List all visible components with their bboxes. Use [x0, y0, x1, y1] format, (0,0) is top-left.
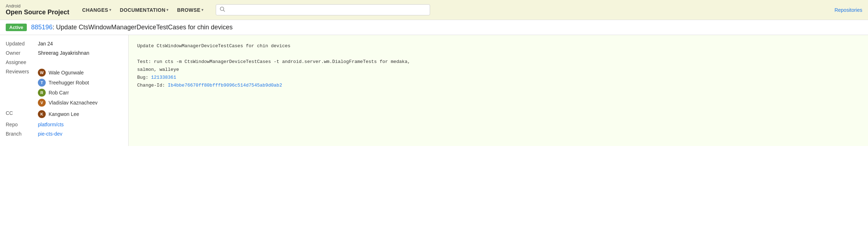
updated-row: Updated Jan 24	[6, 41, 123, 47]
title-bar: Active 885196: Update CtsWindowManagerDe…	[0, 20, 868, 35]
reviewer-item-3: VVladislav Kaznacheev	[38, 99, 98, 107]
nav-documentation-label: DOCUMENTATION	[120, 7, 165, 13]
bug-label: Bug:	[137, 75, 151, 80]
bug-link[interactable]: 121338361	[151, 75, 176, 80]
reviewers-label: Reviewers	[6, 69, 38, 74]
reviewer-name: Wale Ogunwale	[49, 70, 84, 75]
reviewer-item-0: WWale Ogunwale	[38, 69, 98, 77]
header: Android Open Source Project CHANGES ▾ DO…	[0, 0, 868, 20]
search-input[interactable]	[228, 7, 426, 13]
search-icon	[220, 6, 225, 13]
logo-area: Android Open Source Project	[6, 4, 70, 16]
reviewers-list: WWale OgunwaleTTreehugger RobotRRob Carr…	[38, 69, 98, 107]
commit-line4: salmon, walleye	[137, 66, 859, 74]
nav-changes[interactable]: CHANGES ▾	[79, 5, 115, 15]
change-number-link[interactable]: 885196	[31, 24, 53, 31]
branch-value: pie-cts-dev	[38, 131, 123, 137]
main: Updated Jan 24 Owner Shreerag Jayakrishn…	[0, 35, 868, 146]
logo-android: Android	[6, 4, 70, 9]
branch-row: Branch pie-cts-dev	[6, 131, 123, 137]
reviewer-item-2: RRob Carr	[38, 89, 98, 97]
change-id-label: Change-Id:	[137, 83, 168, 88]
reviewer-item-1: TTreehugger Robot	[38, 79, 98, 87]
reviewer-name: Vladislav Kaznacheev	[49, 100, 98, 106]
branch-link[interactable]: pie-cts-dev	[38, 131, 62, 137]
repo-value: platform/cts	[38, 122, 123, 127]
avatar: T	[38, 79, 46, 87]
cc-list: KKangwon Lee	[38, 110, 79, 118]
nav-browse-label: BROWSE	[177, 7, 201, 13]
nav-browse-arrow: ▾	[201, 8, 203, 12]
owner-label: Owner	[6, 50, 38, 56]
assignee-label: Assignee	[6, 59, 38, 65]
updated-value: Jan 24	[38, 41, 123, 47]
active-badge: Active	[6, 24, 27, 31]
right-panel: Update CtsWindowManagerDeviceTestCases f…	[129, 35, 868, 146]
commit-line3: Test: run cts -m CtsWindowManagerDeviceT…	[137, 58, 859, 66]
change-id-link[interactable]: Ib4bbe76670ff80bfffb9096c514d7545ab9d0ab…	[168, 83, 282, 88]
change-title-text: : Update CtsWindowManagerDeviceTestCases…	[53, 24, 233, 31]
bug-line: Bug: 121338361	[137, 74, 859, 82]
cc-label: CC	[6, 110, 38, 116]
search-area	[216, 4, 826, 15]
svg-line-1	[223, 10, 225, 12]
avatar: V	[38, 99, 46, 107]
cc-name: Kangwon Lee	[49, 111, 79, 117]
owner-row: Owner Shreerag Jayakrishnan	[6, 50, 123, 56]
change-title: 885196: Update CtsWindowManagerDeviceTes…	[31, 24, 233, 31]
nav-documentation-arrow: ▾	[166, 8, 168, 12]
commit-message: Update CtsWindowManagerDeviceTestCases f…	[137, 42, 859, 90]
repositories-link[interactable]: Repositories	[834, 7, 862, 13]
logo-title: Open Source Project	[6, 9, 70, 16]
repo-link[interactable]: platform/cts	[38, 122, 64, 127]
change-id-line: Change-Id: Ib4bbe76670ff80bfffb9096c514d…	[137, 82, 859, 89]
avatar: K	[38, 110, 46, 118]
reviewer-name: Treehugger Robot	[49, 80, 89, 86]
reviewer-name: Rob Carr	[49, 90, 69, 96]
owner-value: Shreerag Jayakrishnan	[38, 50, 123, 56]
branch-label: Branch	[6, 131, 38, 137]
assignee-row: Assignee	[6, 59, 123, 65]
nav-changes-arrow: ▾	[109, 8, 111, 12]
left-panel: Updated Jan 24 Owner Shreerag Jayakrishn…	[0, 35, 129, 146]
commit-line2	[137, 50, 859, 58]
nav-documentation[interactable]: DOCUMENTATION ▾	[116, 5, 172, 15]
reviewers-row: Reviewers WWale OgunwaleTTreehugger Robo…	[6, 69, 123, 107]
repo-label: Repo	[6, 122, 38, 127]
cc-item-0: KKangwon Lee	[38, 110, 79, 118]
nav-browse[interactable]: BROWSE ▾	[174, 5, 207, 15]
nav-changes-label: CHANGES	[82, 7, 108, 13]
search-box	[216, 4, 430, 15]
avatar: R	[38, 89, 46, 97]
updated-label: Updated	[6, 41, 38, 47]
nav: CHANGES ▾ DOCUMENTATION ▾ BROWSE ▾	[79, 5, 207, 15]
repo-row: Repo platform/cts	[6, 122, 123, 127]
commit-line1: Update CtsWindowManagerDeviceTestCases f…	[137, 42, 859, 50]
avatar: W	[38, 69, 46, 77]
cc-row: CC KKangwon Lee	[6, 110, 123, 118]
